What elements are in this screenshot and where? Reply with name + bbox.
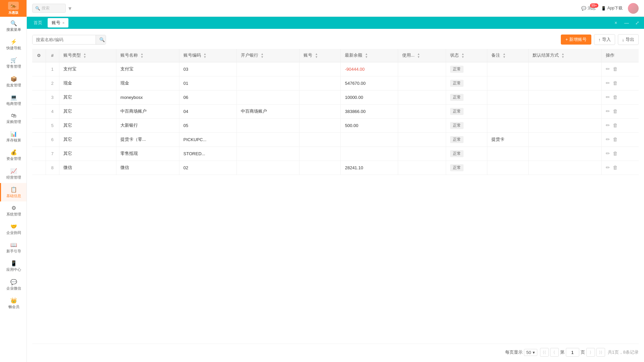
sidebar-item-basic-info[interactable]: 📋 基础信息 [0, 183, 26, 201]
row-gear-5 [32, 132, 46, 146]
sidebar-item-app-center[interactable]: 📱 应用中心 [0, 257, 26, 275]
th-account-name[interactable]: 账号名称 ▲▼ [116, 49, 179, 62]
prev-page-button[interactable]: ⟨ [550, 348, 559, 357]
edit-btn-4[interactable]: ✏ [606, 122, 610, 128]
sidebar-item-inventory[interactable]: 📊 库存核算 [0, 127, 26, 146]
edit-btn-1[interactable]: ✏ [606, 80, 610, 86]
tab-close-button[interactable]: × [612, 19, 620, 27]
import-button[interactable]: ↑ 导入 [594, 34, 615, 45]
search-input[interactable] [33, 35, 96, 44]
delete-btn-1[interactable]: 🗑 [613, 80, 618, 86]
row-balance-2: 10000.00 [341, 90, 398, 104]
sidebar-item-wholesale-mgmt[interactable]: 📦 批发管理 [0, 72, 26, 91]
delete-btn-3[interactable]: 🗑 [613, 108, 618, 114]
sidebar-item-operations-mgmt[interactable]: 📈 经营管理 [0, 165, 26, 183]
th-usage[interactable]: 使用... ▲▼ [398, 49, 446, 62]
quick-nav-icon: ⚡ [10, 39, 17, 45]
logo-text: 乐惠版 [8, 10, 18, 15]
messages-button[interactable]: 💬 消息 99+ [581, 5, 596, 11]
next-page-button[interactable]: ⟩ [586, 348, 595, 357]
ecommerce-mgmt-label: 电商管理 [6, 102, 21, 106]
add-account-button[interactable]: + 新增账号 [561, 35, 591, 45]
row-balance-0: -90444.00 [341, 62, 398, 76]
th-notes[interactable]: 备注 ▲▼ [487, 49, 529, 62]
table-row: 3 其它 moneybosx 06 10000.00 正常 ✏ 🗑 [32, 90, 639, 104]
row-settlement-3 [529, 104, 602, 118]
tab-minimize-button[interactable]: — [623, 19, 631, 27]
export-button[interactable]: ↓ 导出 [618, 34, 639, 45]
th-opening-bank[interactable]: 开户银行 ▲▼ [236, 49, 300, 62]
th-gear[interactable]: ⚙ [32, 49, 46, 62]
system-mgmt-icon: ⚙ [11, 205, 16, 211]
sidebar-item-enterprise-agreement[interactable]: 🤝 企业协同 [0, 220, 26, 238]
edit-btn-2[interactable]: ✏ [606, 94, 610, 100]
sidebar: 🐅 乐惠版 🔍 搜索菜单 ⚡ 快捷导航 🛒 零售管理 📦 批发管理 💻 电商管理… [0, 0, 27, 362]
sidebar-item-new-guide[interactable]: 📖 新手引导 [0, 238, 26, 257]
th-actions: 操作 [602, 49, 639, 62]
tab-accounts[interactable]: 账号× [48, 18, 68, 27]
sidebar-item-purchase-mgmt[interactable]: 🛍 采购管理 [0, 109, 26, 127]
last-page-button[interactable]: ⟩⟩ [596, 348, 605, 357]
delete-btn-6[interactable]: 🗑 [613, 150, 618, 157]
sidebar-item-capital-mgmt[interactable]: 💰 资金管理 [0, 146, 26, 164]
row-num-4: 5 [46, 118, 59, 132]
operations-mgmt-icon: 📈 [10, 168, 17, 174]
inventory-icon: 📊 [10, 131, 17, 137]
tab-home[interactable]: 首页 [30, 18, 46, 27]
sidebar-item-ecommerce-mgmt[interactable]: 💻 电商管理 [0, 91, 26, 109]
sidebar-item-retail-mgmt[interactable]: 🛒 零售管理 [0, 54, 26, 72]
row-gear-7 [32, 161, 46, 175]
page-size-dropdown[interactable]: 50 ▾ [524, 349, 537, 356]
delete-btn-4[interactable]: 🗑 [613, 122, 618, 128]
th-status[interactable]: 状态 ▲▼ [446, 49, 487, 62]
sidebar-item-quick-nav[interactable]: ⚡ 快捷导航 [0, 35, 26, 54]
row-type-4: 其它 [59, 118, 116, 132]
row-bank-2 [236, 90, 300, 104]
search-button[interactable]: 🔍 [96, 35, 106, 44]
row-usage-3 [398, 104, 446, 118]
topbar-search[interactable]: 🔍 搜索 [32, 4, 66, 13]
th-balance[interactable]: 最新余额 ▲▼ [341, 49, 398, 62]
user-avatar[interactable] [628, 3, 639, 14]
tab-accounts-close[interactable]: × [62, 21, 64, 25]
row-type-1: 现金 [59, 76, 116, 90]
search-icon: 🔍 [35, 6, 40, 11]
sidebar-item-member[interactable]: 👑 畅会员 [0, 294, 26, 312]
table-body: 1 支付宝 支付宝 03 -90444.00 正常 ✏ 🗑 2 现金 现金 01… [32, 62, 639, 175]
row-usage-6 [398, 146, 446, 161]
tab-maximize-button[interactable]: ⤢ [633, 19, 641, 27]
edit-btn-7[interactable]: ✏ [606, 165, 610, 171]
delete-btn-7[interactable]: 🗑 [613, 165, 618, 171]
row-code-0: 03 [179, 62, 236, 76]
row-accno-7 [300, 161, 341, 175]
edit-btn-0[interactable]: ✏ [606, 66, 610, 72]
th-account-no[interactable]: 账号 ▲▼ [300, 49, 341, 62]
row-balance-4: 500.00 [341, 118, 398, 132]
import-icon: ↑ [598, 37, 601, 42]
inventory-label: 库存核算 [6, 138, 21, 142]
th-account-type[interactable]: 账号类型 ▲▼ [59, 49, 116, 62]
page-input[interactable] [566, 348, 579, 357]
app-download-button[interactable]: 📱 App下载 [601, 5, 623, 11]
topbar-dropdown-icon[interactable]: ▾ [68, 5, 71, 12]
th-account-code[interactable]: 账号编码 ▲▼ [179, 49, 236, 62]
row-notes-2 [487, 90, 529, 104]
delete-btn-0[interactable]: 🗑 [613, 66, 618, 72]
edit-btn-6[interactable]: ✏ [606, 150, 610, 157]
delete-btn-5[interactable]: 🗑 [613, 136, 618, 142]
page-size-value: 50 [526, 350, 531, 355]
table-row: 2 现金 现金 01 547670.00 正常 ✏ 🗑 [32, 76, 639, 90]
sidebar-item-system-mgmt[interactable]: ⚙ 系统管理 [0, 201, 26, 220]
th-default-settlement[interactable]: 默认结算方式 ▲▼ [529, 49, 602, 62]
edit-btn-3[interactable]: ✏ [606, 108, 610, 114]
search-box[interactable]: 🔍 [32, 35, 106, 45]
edit-btn-5[interactable]: ✏ [606, 136, 610, 142]
sidebar-item-enterprise-wechat[interactable]: 💬 企业微信 [0, 276, 26, 294]
app-center-icon: 📱 [10, 260, 17, 266]
main-content: 🔍 搜索 ▾ 💬 消息 99+ 📱 App下载 首页账号× × — ⤢ [27, 0, 644, 362]
member-icon: 👑 [10, 297, 17, 304]
delete-btn-2[interactable]: 🗑 [613, 94, 618, 100]
sidebar-item-search-menu[interactable]: 🔍 搜索菜单 [0, 17, 26, 35]
first-page-button[interactable]: ⟨⟨ [540, 348, 549, 357]
basic-info-label: 基础信息 [6, 194, 21, 198]
